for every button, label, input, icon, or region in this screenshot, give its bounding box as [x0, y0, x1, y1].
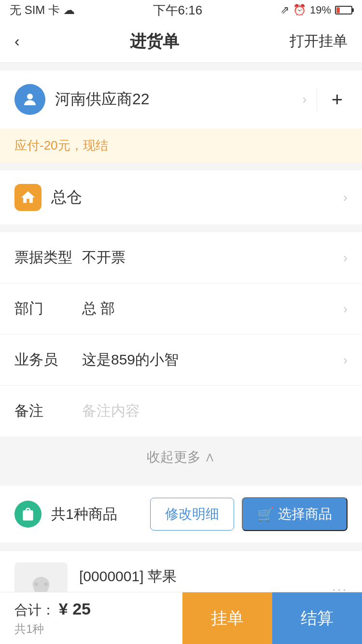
svg-point-0 — [27, 94, 33, 99]
status-bar: 无 SIM 卡 ☁ 下午6:16 ⇗ ⏰ 19% — [0, 0, 362, 20]
select-product-button[interactable]: 🛒 选择商品 — [242, 497, 348, 531]
product-header: 共1种商品 修改明细 🛒 选择商品 — [0, 486, 362, 543]
dept-value: 总 部 — [82, 299, 343, 319]
hang-button[interactable]: 挂单 — [182, 592, 272, 644]
bottom-bar: 合计： ¥ 25 共1种 挂单 结算 — [0, 592, 362, 644]
dept-chevron-icon: › — [343, 301, 348, 317]
product-icon — [14, 501, 42, 528]
sim-label: 无 SIM 卡 ☁ — [10, 2, 75, 18]
total-label: 合计： — [14, 602, 55, 617]
product-title: 苹果 — [148, 568, 177, 584]
warehouse-section: 总仓 › — [0, 170, 362, 224]
product-code: [0000001] — [79, 568, 143, 584]
select-product-label: 选择商品 — [278, 505, 332, 523]
status-left: 无 SIM 卡 ☁ — [10, 2, 75, 18]
remark-row[interactable]: 备注 备注内容 — [0, 386, 362, 436]
invoice-value: 不开票 — [82, 248, 343, 267]
checkout-button[interactable]: 结算 — [272, 592, 362, 644]
sales-label: 业务员 — [14, 350, 82, 370]
sales-row[interactable]: 业务员 这是859的小智 › — [0, 335, 362, 386]
invoice-label: 票据类型 — [14, 248, 82, 267]
alarm-icon: ⏰ — [293, 4, 306, 16]
cart-icon: 🛒 — [257, 506, 274, 522]
product-count: 共1种商品 — [51, 504, 150, 524]
form-section: 票据类型 不开票 › 部门 总 部 › 业务员 这是859的小智 › 备注 备注… — [0, 232, 362, 436]
invoice-row[interactable]: 票据类型 不开票 › — [0, 232, 362, 283]
supplier-name: 河南供应商22 — [55, 89, 302, 110]
vertical-divider — [317, 87, 317, 112]
page-title: 进货单 — [130, 30, 179, 53]
supplier-chevron-icon: › — [302, 92, 306, 107]
warehouse-name: 总仓 — [51, 187, 343, 208]
open-hang-button[interactable]: 打开挂单 — [290, 31, 348, 51]
add-supplier-button[interactable]: + — [327, 89, 348, 111]
battery-label: 19% — [310, 4, 331, 16]
total-line: 合计： ¥ 25 — [14, 600, 168, 619]
warehouse-icon — [14, 184, 42, 211]
remark-input[interactable]: 备注内容 — [82, 401, 348, 421]
edit-detail-button[interactable]: 修改明细 — [150, 498, 234, 531]
person-icon — [21, 91, 39, 108]
dept-label: 部门 — [14, 299, 82, 319]
svg-point-3 — [44, 582, 48, 586]
total-count: 共1种 — [14, 621, 168, 637]
sales-chevron-icon: › — [343, 352, 348, 368]
svg-point-2 — [34, 582, 38, 586]
status-right: ⇗ ⏰ 19% — [280, 4, 352, 16]
status-time: 下午6:16 — [153, 2, 203, 19]
location-icon: ⇗ — [280, 4, 289, 16]
home-icon — [20, 189, 36, 206]
dept-row[interactable]: 部门 总 部 › — [0, 283, 362, 335]
warehouse-chevron-icon: › — [343, 190, 348, 205]
sales-value: 这是859的小智 — [82, 350, 343, 370]
remark-label: 备注 — [14, 401, 82, 421]
notice-bar: 应付-20元，现结 — [0, 128, 362, 163]
supplier-avatar — [14, 84, 45, 115]
collapse-button[interactable]: 收起更多 ∧ — [0, 436, 362, 478]
back-button[interactable]: ‹ — [14, 32, 20, 50]
warehouse-row[interactable]: 总仓 › — [0, 170, 362, 224]
supplier-row[interactable]: 河南供应商22 › + — [0, 70, 362, 128]
supplier-section: 河南供应商22 › + 应付-20元，现结 — [0, 70, 362, 163]
total-amount: ¥ 25 — [59, 600, 91, 618]
product-name: [0000001] 苹果 — [79, 567, 332, 587]
nav-bar: ‹ 进货单 打开挂单 — [0, 20, 362, 63]
battery-icon — [335, 6, 352, 14]
invoice-chevron-icon: › — [343, 250, 348, 266]
shopping-bag-icon — [20, 506, 36, 522]
bottom-total: 合计： ¥ 25 共1种 — [0, 592, 182, 644]
